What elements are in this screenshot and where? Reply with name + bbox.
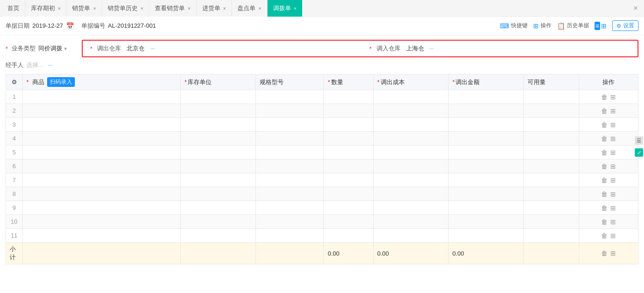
row-available-9[interactable]	[523, 201, 579, 215]
row-cost-2[interactable]	[373, 104, 449, 118]
row-amount-7[interactable]	[449, 173, 524, 187]
copy-icon-9[interactable]: ⊞	[610, 204, 616, 212]
copy-icon-6[interactable]: ⊞	[610, 163, 616, 170]
row-spec-1[interactable]	[255, 90, 324, 104]
row-unit-9[interactable]	[181, 201, 256, 215]
transfer-out-more-button[interactable]: ···	[150, 45, 155, 52]
row-unit-11[interactable]	[181, 229, 256, 243]
copy-icon-2[interactable]: ⊞	[610, 107, 616, 115]
row-cost-8[interactable]	[373, 187, 449, 201]
tab-transfer-order[interactable]: 调拨单 ×	[267, 0, 303, 17]
history-button[interactable]: 📋 历史单据	[557, 22, 589, 30]
row-qty-10[interactable]	[324, 215, 373, 229]
row-qty-6[interactable]	[324, 159, 373, 173]
row-spec-5[interactable]	[255, 146, 324, 159]
delete-icon-10[interactable]: 🗑	[601, 218, 608, 226]
row-spec-2[interactable]	[255, 104, 324, 118]
row-available-8[interactable]	[523, 187, 579, 201]
row-available-6[interactable]	[523, 159, 579, 173]
row-product-7[interactable]	[23, 173, 181, 187]
copy-icon-11[interactable]: ⊞	[610, 232, 616, 239]
row-amount-3[interactable]	[449, 118, 524, 132]
row-unit-6[interactable]	[181, 159, 256, 173]
row-qty-2[interactable]	[324, 104, 373, 118]
delete-icon-5[interactable]: 🗑	[601, 149, 608, 156]
copy-icon-5[interactable]: ⊞	[610, 149, 616, 156]
tab-transfer-order-close[interactable]: ×	[294, 6, 297, 11]
tab-inventory-init[interactable]: 库存期初 ×	[25, 0, 67, 17]
row-unit-2[interactable]	[181, 104, 256, 118]
row-cost-11[interactable]	[373, 229, 449, 243]
copy-icon-7[interactable]: ⊞	[610, 177, 616, 184]
row-qty-4[interactable]	[324, 132, 373, 146]
row-cost-4[interactable]	[373, 132, 449, 146]
delete-icon-2[interactable]: 🗑	[601, 107, 608, 115]
row-qty-3[interactable]	[324, 118, 373, 132]
row-qty-8[interactable]	[324, 187, 373, 201]
row-cost-7[interactable]	[373, 173, 449, 187]
delete-icon-6[interactable]: 🗑	[601, 163, 608, 170]
delete-icon-3[interactable]: 🗑	[601, 121, 608, 128]
scan-entry-button[interactable]: 扫码录入	[47, 77, 75, 87]
row-amount-5[interactable]	[449, 146, 524, 159]
row-product-4[interactable]	[23, 132, 181, 146]
row-unit-8[interactable]	[181, 187, 256, 201]
row-available-2[interactable]	[523, 104, 579, 118]
row-cost-9[interactable]	[373, 201, 449, 215]
copy-icon-8[interactable]: ⊞	[610, 190, 616, 198]
row-product-3[interactable]	[23, 118, 181, 132]
delete-icon-4[interactable]: 🗑	[601, 135, 608, 142]
delete-icon-9[interactable]: 🗑	[601, 204, 608, 212]
window-close-button[interactable]: ×	[631, 4, 640, 13]
calendar-icon[interactable]: 📅	[66, 22, 74, 30]
table-view-icon[interactable]: ⊞	[601, 22, 607, 30]
tab-sales-history[interactable]: 销货单历史 ×	[102, 0, 149, 17]
tab-inventory-check-close[interactable]: ×	[258, 6, 261, 11]
row-cost-5[interactable]	[373, 146, 449, 159]
row-available-10[interactable]	[523, 215, 579, 229]
tab-view-sales-close[interactable]: ×	[188, 6, 190, 11]
subtotal-copy-icon[interactable]: ⊞	[610, 250, 616, 257]
tab-sales-order[interactable]: 销货单 ×	[67, 0, 102, 17]
row-spec-10[interactable]	[255, 215, 324, 229]
row-amount-6[interactable]	[449, 159, 524, 173]
delete-icon-8[interactable]: 🗑	[601, 190, 608, 198]
row-spec-3[interactable]	[255, 118, 324, 132]
row-unit-4[interactable]	[181, 132, 256, 146]
copy-icon-4[interactable]: ⊞	[610, 135, 616, 142]
sidebar-list-icon[interactable]: ☰	[635, 136, 643, 145]
row-spec-11[interactable]	[255, 229, 324, 243]
operation-button[interactable]: ⊞ 操作	[533, 22, 552, 30]
row-available-4[interactable]	[523, 132, 579, 146]
th-gear[interactable]: ⚙	[6, 74, 23, 90]
delete-icon-7[interactable]: 🗑	[601, 177, 608, 184]
transfer-in-more-button[interactable]: ···	[430, 45, 434, 52]
row-unit-5[interactable]	[181, 146, 256, 159]
row-qty-5[interactable]	[324, 146, 373, 159]
sidebar-expand-icon[interactable]: ⤢	[635, 148, 643, 157]
tab-view-sales[interactable]: 查看销货单 ×	[149, 0, 196, 17]
row-spec-4[interactable]	[255, 132, 324, 146]
row-spec-6[interactable]	[255, 159, 324, 173]
row-amount-8[interactable]	[449, 187, 524, 201]
row-product-5[interactable]	[23, 146, 181, 159]
row-qty-7[interactable]	[324, 173, 373, 187]
row-unit-1[interactable]	[181, 90, 256, 104]
grid-view-icon[interactable]: ≡	[595, 22, 600, 30]
row-available-1[interactable]	[523, 90, 579, 104]
row-amount-1[interactable]	[449, 90, 524, 104]
business-type-select[interactable]: 同价调拨 ▾	[38, 44, 67, 53]
settings-button[interactable]: ⚙ 设置	[612, 20, 638, 31]
copy-icon-1[interactable]: ⊞	[610, 93, 616, 101]
row-amount-4[interactable]	[449, 132, 524, 146]
tab-purchase-order[interactable]: 进货单 ×	[197, 0, 232, 17]
row-product-9[interactable]	[23, 201, 181, 215]
tab-inventory-init-close[interactable]: ×	[58, 6, 61, 11]
row-cost-1[interactable]	[373, 90, 449, 104]
tab-inventory-check[interactable]: 盘点单 ×	[232, 0, 267, 17]
row-product-11[interactable]	[23, 229, 181, 243]
row-available-7[interactable]	[523, 173, 579, 187]
tab-sales-order-close[interactable]: ×	[93, 6, 96, 11]
row-available-5[interactable]	[523, 146, 579, 159]
row-cost-10[interactable]	[373, 215, 449, 229]
